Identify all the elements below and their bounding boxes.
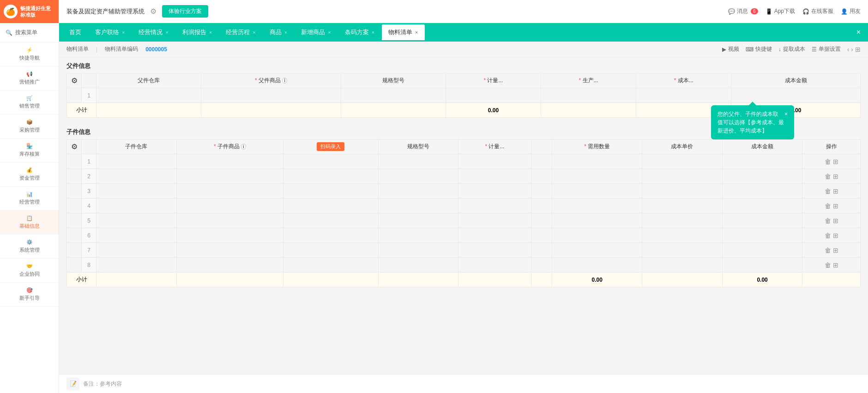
sidebar-item-operations[interactable]: 📊 经营管理	[0, 187, 59, 211]
delete-icon-row5[interactable]: 🗑	[825, 217, 831, 224]
tab-home[interactable]: 首页	[63, 24, 88, 40]
child-row1-spec[interactable]	[378, 154, 458, 169]
sidebar-nav: ⚡ 快捷导航 📢 营销推广 🛒 销售管理 📦 采购管理 🏪 库存核算 💰 资金管…	[0, 42, 59, 393]
breadcrumb-bom[interactable]: 物料清单	[66, 45, 89, 53]
tab-product[interactable]: 商品 ×	[263, 24, 294, 40]
parent-row-cost[interactable]	[636, 88, 731, 103]
child-row1-need-qty[interactable]	[552, 154, 642, 169]
child-table-row: 1 🗑	[67, 154, 861, 169]
settings-icon-btn[interactable]: ⚙	[150, 7, 157, 16]
video-help-item[interactable]: ▶ 视频	[722, 45, 739, 53]
sidebar-item-system[interactable]: ⚙️ 系统管理	[0, 235, 59, 259]
tab-profit[interactable]: 利润报告 ×	[176, 24, 218, 40]
prev-btn[interactable]: ‹	[847, 46, 850, 53]
tooltip-close-btn[interactable]: ×	[784, 110, 788, 118]
sidebar-item-sales[interactable]: 🛒 销售管理	[0, 91, 59, 115]
copy-icon-row8[interactable]: ⊞	[833, 261, 838, 269]
delete-icon-row1[interactable]: 🗑	[825, 158, 831, 165]
child-table-row: 5 🗑⊞	[67, 213, 861, 228]
tab-operations-status-close[interactable]: ×	[165, 30, 168, 35]
child-row1-unit-cost[interactable]	[642, 154, 723, 169]
online-service-item[interactable]: 🎧 在线客服	[802, 7, 833, 15]
trial-button[interactable]: 体验行业方案	[162, 5, 208, 18]
search-menu-button[interactable]: 🔍 搜索菜单	[4, 27, 55, 38]
logo-text: 畅捷通好生意 标准版	[20, 5, 51, 18]
parent-row-warehouse[interactable]	[96, 88, 201, 103]
tab-history[interactable]: 经营历程 ×	[219, 24, 262, 40]
message-item[interactable]: 💬 消息 6	[728, 7, 758, 15]
sidebar-item-quick-nav[interactable]: ⚡ 快捷导航	[0, 42, 59, 67]
sales-icon: 🛒	[26, 95, 33, 101]
parent-section-title: 父件信息	[66, 62, 861, 70]
sidebar-item-purchase[interactable]: 📦 采购管理	[0, 115, 59, 139]
purchase-icon: 📦	[26, 119, 33, 125]
tab-barcode[interactable]: 条码方案 ×	[338, 24, 381, 40]
sidebar-item-inventory[interactable]: 🏪 库存核算	[0, 139, 59, 163]
delete-icon-row6[interactable]: 🗑	[825, 232, 831, 239]
parent-subtotal-qty: 0.00	[446, 103, 541, 118]
sidebar-search-section: 🔍 搜索菜单	[0, 23, 59, 42]
parent-row-product[interactable]	[201, 88, 341, 103]
page-header-right: ▶ 视频 ⌨ 快捷键 ↓ 提取成本 ☰ 单据设置 ‹ ›	[722, 45, 861, 53]
child-col-settings[interactable]: ⚙	[67, 139, 82, 154]
delete-icon-row8[interactable]: 🗑	[825, 261, 831, 269]
tab-new-product-close[interactable]: ×	[328, 30, 331, 35]
single-settings-item[interactable]: ☰ 单据设置	[812, 45, 841, 53]
app-download-item[interactable]: 📱 App下载	[766, 7, 795, 15]
child-row1-warehouse[interactable]	[96, 154, 177, 169]
delete-icon-row4[interactable]: 🗑	[825, 202, 831, 210]
child-col-amount: 成本金额	[722, 139, 802, 154]
finance-icon: 💰	[26, 167, 33, 173]
scan-btn[interactable]: 扫码录入	[317, 142, 344, 151]
delete-icon-row7[interactable]: 🗑	[825, 247, 831, 254]
sidebar-item-enterprise[interactable]: 🤝 企业协同	[0, 259, 59, 283]
child-row1-product[interactable]	[176, 154, 283, 169]
extract-cost-item[interactable]: ↓ 提取成本	[778, 45, 805, 53]
parent-row-prod[interactable]	[541, 88, 636, 103]
tab-new-product[interactable]: 新增商品 ×	[295, 24, 337, 40]
copy-icon-row7[interactable]: ⊞	[833, 247, 838, 254]
child-col-num	[82, 139, 96, 154]
parent-row-spec[interactable]	[341, 88, 446, 103]
child-row1-settings	[67, 154, 82, 169]
tab-profit-close[interactable]: ×	[209, 30, 212, 35]
tab-barcode-close[interactable]: ×	[372, 30, 374, 35]
header-right: 💬 消息 6 📱 App下载 🎧 在线客服 👤 用友	[728, 7, 861, 15]
parent-col-settings[interactable]: ⚙	[67, 73, 82, 88]
child-table-row: 4 🗑⊞	[67, 199, 861, 213]
sidebar-item-marketing[interactable]: 📢 营销推广	[0, 67, 59, 91]
copy-icon-row6[interactable]: ⊞	[833, 232, 838, 239]
tab-product-close[interactable]: ×	[284, 30, 287, 35]
parent-col-cost: * 成本...	[636, 73, 731, 88]
system-title: 装备及固定资产辅助管理系统	[66, 7, 145, 16]
tab-bom[interactable]: 物料清单 ×	[382, 24, 424, 40]
child-table-row: 8 🗑⊞	[67, 258, 861, 272]
close-all-tabs[interactable]: ×	[853, 28, 864, 36]
tab-operations-status[interactable]: 经营情况 ×	[132, 24, 175, 40]
sidebar-logo: 🍊 畅捷通好生意 标准版	[0, 0, 59, 23]
copy-icon-row3[interactable]: ⊞	[833, 187, 838, 195]
next-btn[interactable]: ›	[851, 46, 853, 53]
sidebar-item-guide[interactable]: 🎯 新手引导	[0, 283, 59, 307]
parent-row-qty[interactable]	[446, 88, 541, 103]
user-avatar[interactable]: 👤 用友	[841, 7, 861, 15]
copy-icon-row2[interactable]: ⊞	[833, 173, 838, 180]
tab-customer-close[interactable]: ×	[122, 30, 125, 35]
copy-icon-row1[interactable]: ⊞	[833, 158, 838, 165]
child-table-row: 2 🗑⊞	[67, 169, 861, 184]
page-header-left: 物料清单 | 物料清单编码 0000005	[66, 45, 167, 53]
sidebar-item-finance[interactable]: 💰 资金管理	[0, 163, 59, 187]
copy-icon-row4[interactable]: ⊞	[833, 202, 838, 210]
shortcut-item[interactable]: ⌨ 快捷键	[746, 45, 772, 53]
delete-icon-row2[interactable]: 🗑	[825, 173, 831, 180]
expand-btn[interactable]: ⊞	[855, 46, 861, 53]
delete-icon-row3[interactable]: 🗑	[825, 187, 831, 195]
bottom-bar-hint: 备注：参考内容	[83, 380, 122, 388]
copy-icon-row5[interactable]: ⊞	[833, 217, 838, 224]
child-row1-qty[interactable]	[458, 154, 531, 169]
tab-bom-close[interactable]: ×	[415, 30, 418, 35]
tab-history-close[interactable]: ×	[253, 30, 255, 35]
child-col-unit-cost: 成本单价	[642, 139, 723, 154]
tab-customer[interactable]: 客户联络 ×	[89, 24, 131, 40]
sidebar-item-basic-info[interactable]: 📋 基础信息	[0, 211, 59, 235]
